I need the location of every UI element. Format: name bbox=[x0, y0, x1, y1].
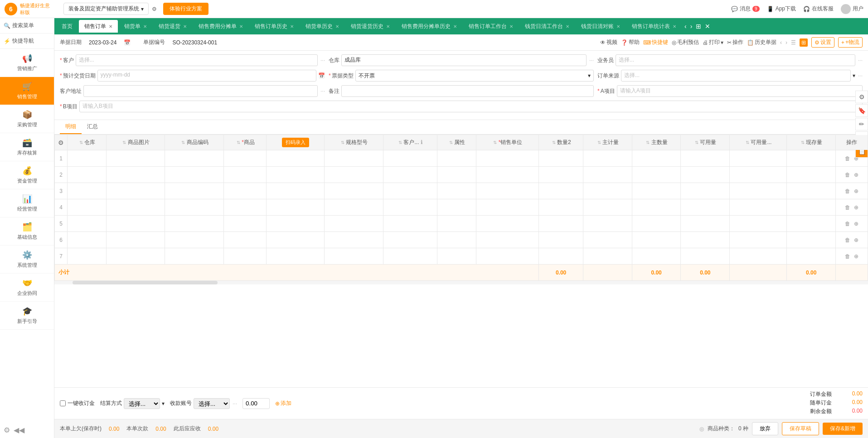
tab-close-sales-summary[interactable]: ✕ bbox=[673, 24, 676, 29]
sidebar-item-inventory[interactable]: 🗃️ 库存核算 bbox=[0, 133, 54, 161]
row3-spec[interactable] bbox=[324, 183, 383, 199]
row5-qty2[interactable] bbox=[539, 216, 583, 232]
row6-spec[interactable] bbox=[324, 232, 383, 248]
solution-button[interactable]: 体验行业方案 bbox=[163, 3, 209, 15]
row5-current[interactable] bbox=[787, 216, 836, 232]
row5-warehouse[interactable] bbox=[68, 216, 107, 232]
salesperson-input[interactable]: 选择... bbox=[616, 54, 855, 66]
row3-main-qty[interactable] bbox=[632, 183, 681, 199]
col-product-image-header[interactable]: ⇅ 商品图片 bbox=[106, 135, 165, 150]
row1-delete-icon[interactable]: 🗑 bbox=[845, 155, 850, 162]
row1-customer-ref[interactable] bbox=[383, 150, 437, 167]
sidebar-item-purchase[interactable]: 📦 采购管理 bbox=[0, 105, 54, 133]
tab-home[interactable]: 首页 bbox=[56, 20, 78, 33]
tab-sales-expense-split[interactable]: 销售费用分摊单 ✕ bbox=[193, 20, 248, 33]
tab-close-return-history[interactable]: ✕ bbox=[335, 24, 339, 29]
salesperson-dots[interactable]: ··· bbox=[858, 57, 863, 63]
tab-close-sales-order[interactable]: ✕ bbox=[109, 24, 112, 29]
row7-customer-ref[interactable] bbox=[383, 248, 437, 265]
sidebar-item-marketing[interactable]: 📢 营销推广 bbox=[0, 49, 54, 77]
row2-product[interactable] bbox=[224, 167, 267, 183]
tab-detail[interactable]: 明细 bbox=[60, 120, 82, 134]
row7-product[interactable] bbox=[224, 248, 267, 265]
online-service-button[interactable]: 🎧 在线客服 bbox=[803, 5, 834, 13]
sidebar-item-basic[interactable]: 🗂️ 基础信息 bbox=[0, 217, 54, 245]
tab-sales-return-history[interactable]: 销货单历史 ✕ bbox=[300, 20, 344, 33]
float-btn-2[interactable]: 🔖 bbox=[855, 104, 868, 117]
one-click-checkbox[interactable]: 一键收订金 bbox=[60, 399, 95, 407]
row6-current[interactable] bbox=[787, 232, 836, 248]
row5-sales-unit[interactable] bbox=[476, 216, 538, 232]
row2-current[interactable] bbox=[787, 167, 836, 183]
row2-sales-unit[interactable] bbox=[476, 167, 538, 183]
row5-available[interactable] bbox=[681, 216, 730, 232]
tab-nav-next[interactable]: › bbox=[689, 23, 694, 30]
col-product-header[interactable]: ⇅ *商品 bbox=[224, 135, 267, 150]
tab-close-order-history[interactable]: ✕ bbox=[290, 24, 294, 29]
view-link[interactable]: 👁 视频 bbox=[600, 39, 617, 46]
tab-close-refund-history[interactable]: ✕ bbox=[386, 24, 390, 29]
row4-copy-icon[interactable]: ⊕ bbox=[854, 204, 858, 211]
row2-delete-icon[interactable]: 🗑 bbox=[845, 172, 850, 178]
row3-attribute[interactable] bbox=[437, 183, 476, 199]
row3-delete-icon[interactable]: 🗑 bbox=[845, 188, 850, 194]
row4-warehouse[interactable] bbox=[68, 199, 107, 216]
scan-button[interactable]: 扫码录入 bbox=[282, 138, 309, 147]
col-spec-header[interactable]: ⇅ 规格型号 bbox=[324, 135, 383, 150]
row7-copy-icon[interactable]: ⊕ bbox=[854, 253, 858, 260]
row3-product-image[interactable] bbox=[106, 183, 165, 199]
row7-available2[interactable] bbox=[730, 248, 787, 265]
material-link[interactable]: + +物流 bbox=[838, 37, 863, 48]
shortcut-link[interactable]: ⌨ 快捷键 bbox=[643, 39, 668, 46]
message-button[interactable]: 💬 消息 9 bbox=[731, 5, 760, 13]
calendar-icon[interactable]: 📅 bbox=[124, 39, 131, 46]
row3-customer-ref[interactable] bbox=[383, 183, 437, 199]
row7-product-image[interactable] bbox=[106, 248, 165, 265]
col-warehouse-header[interactable]: ⇅ 仓库 bbox=[68, 135, 107, 150]
col-customer-ref-header[interactable]: ⇅ 客户... ℹ bbox=[383, 135, 437, 150]
row1-product-image[interactable] bbox=[106, 150, 165, 167]
tab-close-expense-history[interactable]: ✕ bbox=[453, 24, 457, 29]
payment-method-select[interactable]: 选择... bbox=[124, 398, 160, 409]
row2-main-qty[interactable] bbox=[632, 167, 681, 183]
row7-main-unit[interactable] bbox=[583, 248, 632, 265]
row4-sales-unit[interactable] bbox=[476, 199, 538, 216]
settings-icon[interactable]: ⚙ bbox=[149, 4, 160, 14]
float-btn-3[interactable]: ✏ bbox=[855, 118, 868, 130]
row6-product[interactable] bbox=[224, 232, 267, 248]
order-source-dots[interactable]: ··· bbox=[858, 72, 863, 79]
tab-nav-menu[interactable]: ⊞ bbox=[694, 23, 703, 30]
sidebar-item-operations[interactable]: 📊 经营管理 bbox=[0, 189, 54, 217]
tab-expense-history[interactable]: 销售费用分摊单历史 ✕ bbox=[396, 20, 462, 33]
row5-attribute[interactable] bbox=[437, 216, 476, 232]
row2-product-code[interactable] bbox=[165, 167, 224, 183]
row2-available[interactable] bbox=[681, 167, 730, 183]
row5-spec[interactable] bbox=[324, 216, 383, 232]
tab-sales-order[interactable]: 销售订单 ✕ bbox=[79, 20, 118, 33]
amount-input[interactable] bbox=[242, 398, 270, 409]
row7-warehouse[interactable] bbox=[68, 248, 107, 265]
row1-qty2[interactable] bbox=[539, 150, 583, 167]
grid-view-icon[interactable]: ⊞ bbox=[800, 39, 808, 47]
col-current-stock-header[interactable]: ⇅ 现存量 bbox=[787, 135, 836, 150]
b-project-input[interactable]: 请输入B项目 bbox=[79, 101, 863, 112]
row6-delete-icon[interactable]: 🗑 bbox=[845, 237, 850, 243]
row3-main-unit[interactable] bbox=[583, 183, 632, 199]
row6-main-qty[interactable] bbox=[632, 232, 681, 248]
row7-product-code[interactable] bbox=[165, 248, 224, 265]
col-settings-header[interactable]: ⚙ bbox=[55, 135, 68, 150]
nav-next-icon[interactable]: › bbox=[786, 39, 787, 46]
tab-close-expense-split[interactable]: ✕ bbox=[239, 24, 243, 29]
sidebar-item-sales[interactable]: 🛒 销售管理 bbox=[0, 77, 54, 105]
row4-available2[interactable] bbox=[730, 199, 787, 216]
tab-close-sales-refund[interactable]: ✕ bbox=[183, 24, 187, 29]
row2-product-image[interactable] bbox=[106, 167, 165, 183]
row6-main-unit[interactable] bbox=[583, 232, 632, 248]
row4-customer-ref[interactable] bbox=[383, 199, 437, 216]
customer-dots[interactable]: ··· bbox=[320, 57, 325, 63]
row3-product[interactable] bbox=[224, 183, 267, 199]
row1-product-code[interactable] bbox=[165, 150, 224, 167]
tab-close-cash-reconcile[interactable]: ✕ bbox=[616, 24, 620, 29]
row1-current[interactable] bbox=[787, 150, 836, 167]
row5-customer-ref[interactable] bbox=[383, 216, 437, 232]
